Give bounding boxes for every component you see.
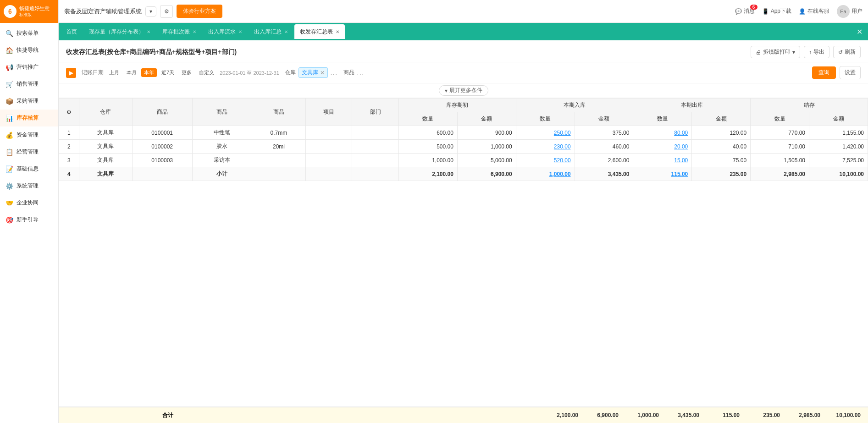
refresh-icon: ↺ xyxy=(838,49,843,55)
table-cell-4: 20ml xyxy=(252,140,305,154)
goods-filter-group: 商品 ... xyxy=(343,69,365,77)
sidebar-item-system[interactable]: ⚙️系统管理 xyxy=(0,177,58,194)
table-cell-9[interactable]: 520.00 xyxy=(516,154,575,167)
table-cell-3: 采访本 xyxy=(192,154,252,167)
message-action[interactable]: 💬 消息 6 xyxy=(735,7,755,15)
th-open-amt: 金额 xyxy=(457,112,516,126)
table-cell-5 xyxy=(305,140,352,154)
th-bal-qty: 数量 xyxy=(751,112,809,126)
sidebar-item-finance[interactable]: 💰资金管理 xyxy=(0,126,58,143)
logo-sub: 标准版 xyxy=(19,12,50,18)
filter-bar: ▶ 记账日期 上月本月本年近7天更多自定义 2023-01-01 至 2023-… xyxy=(59,62,868,83)
footer-values: 2,100.00 6,900.00 1,000.00 3,435.00 115.… xyxy=(542,412,864,418)
logo-title: 畅捷通好生意 xyxy=(19,5,50,11)
table-cell-9[interactable]: 1,000.00 xyxy=(516,167,575,181)
tab-close-in-out-flow[interactable]: ✕ xyxy=(238,29,242,34)
table-cell-1: 文具库 xyxy=(79,140,132,154)
th-settings[interactable]: ⚙ xyxy=(59,99,79,126)
date-filter-label: 记账日期 xyxy=(82,69,104,77)
print-button[interactable]: 🖨 拆镜版打印 ▾ xyxy=(751,46,800,58)
goods-more-dots[interactable]: ... xyxy=(357,70,365,76)
table-cell-11[interactable]: 115.00 xyxy=(633,167,692,181)
content-area: 收发存汇总表(按仓库+商品编码+商品+规格型号+项目+部门) 🖨 拆镜版打印 ▾… xyxy=(59,40,868,423)
sidebar-item-inventory[interactable]: 📊库存核算 xyxy=(0,110,58,126)
table-cell-11[interactable]: 15.00 xyxy=(633,154,692,167)
tab-in-out-flow[interactable]: 出入库流水✕ xyxy=(203,24,248,39)
tab-close-stock-summary[interactable]: ✕ xyxy=(336,29,339,34)
tab-close-inventory-dist[interactable]: ✕ xyxy=(147,29,150,34)
export-button[interactable]: ↑ 导出 xyxy=(804,46,829,58)
table-cell-3: 中性笔 xyxy=(192,126,252,140)
warehouse-more-dots[interactable]: ... xyxy=(331,70,338,76)
gear-button[interactable]: ⚙ xyxy=(160,5,173,18)
enterprise-icon: 🤝 xyxy=(6,199,13,207)
filter-settings-button[interactable]: 设置 xyxy=(840,66,861,79)
app-download-action[interactable]: 📱 App下载 xyxy=(762,7,791,15)
date-pill-自定义[interactable]: 自定义 xyxy=(196,68,217,77)
sidebar-item-label: 快捷导航 xyxy=(17,46,39,54)
sidebar-item-purchase[interactable]: 📦采购管理 xyxy=(0,93,58,110)
table-cell-0: 3 xyxy=(59,154,79,167)
warehouse-tag-close[interactable]: ✕ xyxy=(320,70,325,76)
tab-stock-summary[interactable]: 收发存汇总表✕ xyxy=(294,24,345,39)
table-cell-2 xyxy=(132,167,192,181)
date-pills: 上月本月本年近7天更多自定义 xyxy=(106,68,217,77)
table-cell-9[interactable]: 250.00 xyxy=(516,126,575,140)
th-spec: 商品 xyxy=(252,99,305,126)
tab-inventory-dist[interactable]: 现存量（库存分布表）✕ xyxy=(83,24,156,39)
table-row: 4文具库小计2,100.006,900.001,000.003,435.0011… xyxy=(59,167,868,181)
tab-home[interactable]: 首页 xyxy=(61,24,83,39)
trial-button[interactable]: 体验行业方案 xyxy=(177,5,222,18)
sidebar-item-newbie[interactable]: 🎯新手引导 xyxy=(0,211,58,228)
query-button[interactable]: 查询 xyxy=(812,66,836,79)
table-cell-11[interactable]: 20.00 xyxy=(633,140,692,154)
tab-label-batch: 库存批次账 xyxy=(162,28,190,36)
tab-label-inventory-dist: 现存量（库存分布表） xyxy=(89,28,144,36)
sidebar-item-label: 经营管理 xyxy=(17,148,39,156)
warehouse-filter-group: 仓库 文具库 ✕ ... xyxy=(285,67,338,78)
th-bal-amt: 金额 xyxy=(809,112,868,126)
sidebar-item-label: 资金管理 xyxy=(17,131,39,139)
sidebar-item-label: 基础信息 xyxy=(17,165,39,173)
sidebar-item-enterprise[interactable]: 🤝企业协同 xyxy=(0,194,58,211)
table-cell-8: 1,000.00 xyxy=(457,140,516,154)
date-pill-更多[interactable]: 更多 xyxy=(179,68,194,77)
th-in-amt: 金额 xyxy=(575,112,633,126)
date-pill-本月[interactable]: 本月 xyxy=(124,68,139,77)
sidebar-item-operation[interactable]: 📋经营管理 xyxy=(0,143,58,160)
table-cell-11[interactable]: 80.00 xyxy=(633,126,692,140)
sidebar-item-quick-nav[interactable]: 🏠快捷导航 xyxy=(0,42,58,59)
th-out-amt: 金额 xyxy=(692,112,751,126)
tab-close-in-out-summary[interactable]: ✕ xyxy=(284,29,288,34)
phone-icon: 📱 xyxy=(762,8,769,15)
tab-in-out-summary[interactable]: 出入库汇总✕ xyxy=(249,24,293,39)
operation-icon: 📋 xyxy=(6,148,13,156)
th-out-qty: 数量 xyxy=(633,112,692,126)
expand-conditions-button[interactable]: ▾ 展开更多条件 xyxy=(439,85,488,96)
online-service-action[interactable]: 👤 在线客服 xyxy=(799,7,829,15)
sidebar-item-sales[interactable]: 🛒销售管理 xyxy=(0,76,58,93)
warehouse-tag[interactable]: 文具库 ✕ xyxy=(299,67,328,78)
page-title: 收发存汇总表(按仓库+商品编码+商品+规格型号+项目+部门) xyxy=(66,48,237,56)
table-cell-4: 0.7mm xyxy=(252,126,305,140)
tab-close-batch[interactable]: ✕ xyxy=(193,29,196,34)
refresh-button[interactable]: ↺ 刷新 xyxy=(833,46,861,58)
system-dropdown[interactable]: ▾ xyxy=(145,6,156,16)
date-pill-本年[interactable]: 本年 xyxy=(141,68,157,77)
data-table-container: ⚙ 仓库 商品 商品 商品 项目 部门 库存期初 本期入库 本期出库 结存 数量 xyxy=(59,98,868,407)
sidebar-item-search[interactable]: 🔍搜索菜单 xyxy=(0,25,58,42)
sidebar-item-marketing[interactable]: 📢营销推广 xyxy=(0,59,58,76)
tab-batch[interactable]: 库存批次账✕ xyxy=(157,24,202,39)
print-icon: 🖨 xyxy=(756,49,761,55)
filter-expand-arrow[interactable]: ▶ xyxy=(66,68,76,78)
date-pill-上月[interactable]: 上月 xyxy=(106,68,122,77)
sidebar-item-basic[interactable]: 📝基础信息 xyxy=(0,160,58,177)
close-all-tabs[interactable]: ✕ xyxy=(853,27,866,36)
table-cell-9[interactable]: 230.00 xyxy=(516,140,575,154)
date-pill-近7天[interactable]: 近7天 xyxy=(159,68,177,77)
marketing-icon: 📢 xyxy=(6,64,13,71)
th-code: 商品 xyxy=(132,99,192,126)
table-cell-7: 500.00 xyxy=(398,140,457,154)
table-cell-4 xyxy=(252,167,305,181)
user-action[interactable]: Ea 用户 xyxy=(837,5,862,18)
